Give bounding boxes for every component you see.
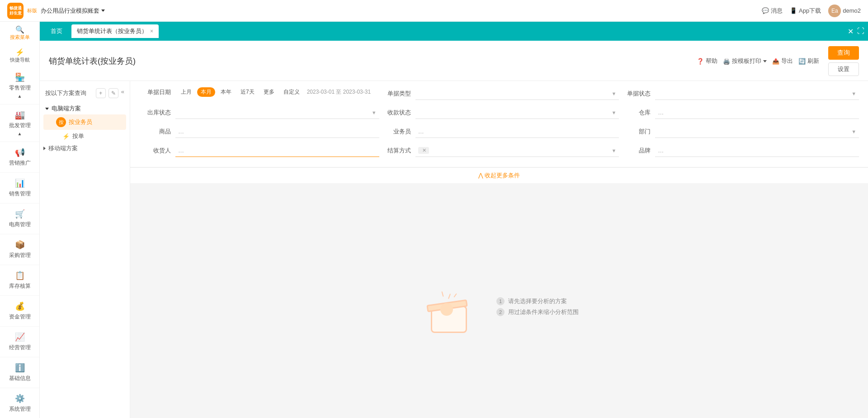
app-download-btn[interactable]: 📱 App下载 (790, 7, 821, 15)
sidebar-item-finance[interactable]: 💰 资金管理 (0, 296, 39, 327)
sidebar-item-wholesale[interactable]: 🏭 批发管理 ▲ (0, 104, 39, 142)
settings-btn[interactable]: 设置 (828, 62, 859, 76)
scheme-sub-item[interactable]: ⚡ 按单 (43, 130, 126, 142)
goods-field[interactable]: … (175, 125, 379, 138)
tab-maximize-icon[interactable]: ⛶ (857, 27, 864, 35)
sidebar-item-purchase[interactable]: 📦 采购管理 (0, 234, 39, 265)
dept-chevron-icon: ▼ (851, 129, 856, 134)
scheme-item-salesman[interactable]: 按 按业务员 (43, 114, 126, 130)
content-area: 首页 销货单统计表（按业务员） × ✕ ⛶ 销货单统计表(按业务员) ❓ 帮助 (40, 22, 868, 418)
topbar-left: 畅捷通好生意 标版 办公用品行业模拟账套 (7, 3, 105, 19)
query-btn[interactable]: 查询 (828, 46, 859, 60)
retail-expand-icon: ▲ (18, 94, 22, 99)
desktop-scheme-toggle[interactable]: 电脑端方案 (43, 103, 126, 114)
sidebar-item-marketing[interactable]: 📢 营销推广 (0, 142, 39, 173)
left-panel-title: 按以下方案查询 (45, 89, 86, 97)
brand-field[interactable]: … (655, 144, 859, 157)
date-label: 单据日期 (139, 88, 175, 96)
sidebar-item-retail[interactable]: 🏪 零售管理 ▲ (0, 67, 39, 104)
brand-group: 品牌 … (619, 144, 859, 157)
filter-row-2: 出库状态 ▼ 收款状态 ▼ (139, 106, 859, 119)
brand-label: 品牌 (619, 147, 655, 155)
add-scheme-btn[interactable]: + (96, 88, 106, 98)
print-btn[interactable]: 🖨️ 按模板打印 (723, 57, 767, 65)
warehouse-label: 仓库 (619, 109, 655, 117)
message-btn[interactable]: 💬 消息 (762, 7, 783, 15)
tab-close-all-icon[interactable]: ✕ (848, 27, 854, 36)
main-body: 按以下方案查询 + ✎ « (40, 81, 868, 418)
step-2-num: 2 (496, 308, 505, 316)
system-icon: ⚙️ (15, 394, 25, 404)
scheme-active-icon: 按 (56, 117, 66, 127)
sidebar-item-system[interactable]: ⚙️ 系统管理 (0, 388, 39, 418)
sidebar-item-inventory[interactable]: 📋 库存核算 (0, 265, 39, 296)
payment-status-field[interactable]: ▼ (415, 106, 619, 119)
refresh-icon: 🔄 (798, 58, 806, 65)
date-tab-this-year[interactable]: 本年 (217, 87, 235, 97)
collapse-icon: ⋀ (478, 172, 485, 179)
ship-status-chevron-icon: ▼ (372, 110, 377, 115)
sidebar-search[interactable]: 🔍 搜索菜单 (0, 22, 39, 44)
sidebar-shortcut[interactable]: ⚡ 快捷导航 (0, 44, 39, 67)
tab-home[interactable]: 首页 (43, 24, 70, 38)
doc-status-chevron-icon: ▼ (851, 91, 856, 96)
workspace-selector[interactable]: 办公用品行业模拟账套 (41, 7, 105, 15)
empty-step-1: 1 请先选择要分析的方案 (496, 297, 579, 305)
collapse-panel-btn[interactable]: « (121, 88, 124, 98)
payment-method-field[interactable]: ✕ ▼ (415, 144, 619, 157)
warehouse-field[interactable]: … (655, 106, 859, 119)
doc-type-group: 单据类型 ▼ (379, 87, 619, 100)
sidebar-item-sales[interactable]: 📊 销售管理 (0, 173, 39, 204)
ecommerce-icon: 🛒 (15, 209, 25, 219)
sidebar-item-basic[interactable]: ℹ️ 基础信息 (0, 357, 39, 388)
refresh-btn[interactable]: 🔄 刷新 (798, 57, 819, 65)
step-1-num: 1 (496, 297, 505, 305)
ship-status-field[interactable]: ▼ (175, 106, 379, 119)
payment-method-label: 结算方式 (379, 147, 415, 155)
tab-active-label: 销货单统计表（按业务员） (77, 27, 147, 35)
dept-field[interactable]: ▼ (655, 125, 859, 138)
salesman-field[interactable]: … (415, 125, 619, 138)
data-area: 1 请先选择要分析的方案 2 用过滤条件来缩小分析范围 (130, 183, 868, 418)
print-dropdown-icon (763, 60, 767, 62)
date-tab-this-month[interactable]: 本月 (197, 87, 215, 97)
help-btn[interactable]: ❓ 帮助 (697, 57, 717, 65)
payment-method-tag-close[interactable]: ✕ (422, 147, 426, 153)
left-panel: 按以下方案查询 + ✎ « (40, 81, 130, 418)
filter-row-1: 单据日期 上月 本月 本年 近7天 更多 自定义 2023-03-01 至 20… (139, 87, 859, 100)
tab-bar-right: ✕ ⛶ (848, 27, 864, 36)
doc-type-field[interactable]: ▼ (415, 87, 619, 100)
finance-icon: 💰 (15, 301, 25, 311)
date-range-display: 2023-03-01 至 2023-03-31 (307, 88, 371, 96)
user-menu[interactable]: Ea demo2 (828, 5, 861, 17)
collapse-bar[interactable]: ⋀ 收起更多条件 (130, 167, 868, 183)
sidebar-item-business[interactable]: 📈 经营管理 (0, 327, 39, 357)
dept-label: 部门 (619, 128, 655, 136)
business-icon: 📈 (15, 332, 25, 342)
edit-scheme-btn[interactable]: ✎ (108, 88, 118, 98)
receiver-field[interactable]: … (175, 144, 379, 157)
goods-group: 商品 … (139, 125, 379, 138)
tab-close-btn[interactable]: × (150, 28, 153, 34)
receiver-label: 收货人 (139, 147, 175, 155)
workspace-dropdown-icon (101, 10, 105, 12)
tab-active[interactable]: 销货单统计表（按业务员） × (71, 24, 159, 38)
doc-status-label: 单据状态 (619, 90, 655, 98)
date-tab-7days[interactable]: 近7天 (237, 87, 258, 97)
doc-status-field[interactable]: ▼ (655, 87, 859, 100)
payment-method-tag: ✕ (418, 147, 429, 154)
date-tab-last-month[interactable]: 上月 (177, 87, 195, 97)
date-tab-custom[interactable]: 自定义 (280, 87, 303, 97)
date-tab-more[interactable]: 更多 (260, 87, 278, 97)
sidebar-item-ecommerce[interactable]: 🛒 电商管理 (0, 204, 39, 234)
app-logo: 畅捷通好生意 (7, 3, 24, 19)
box-item (440, 303, 453, 316)
payment-status-label: 收款状态 (379, 109, 415, 117)
inventory-icon: 📋 (15, 271, 25, 280)
retail-icon: 🏪 (15, 72, 25, 82)
payment-method-chevron-icon: ▼ (611, 148, 616, 153)
mobile-scheme-group[interactable]: 移动端方案 (40, 142, 130, 154)
export-btn[interactable]: 📤 导出 (772, 57, 793, 65)
sidebar: 🔍 搜索菜单 ⚡ 快捷导航 🏪 零售管理 ▲ 🏭 批发管理 ▲ 📢 营销推广 📊… (0, 22, 40, 418)
page-content: 销货单统计表(按业务员) ❓ 帮助 🖨️ 按模板打印 📤 导出 (40, 41, 868, 418)
